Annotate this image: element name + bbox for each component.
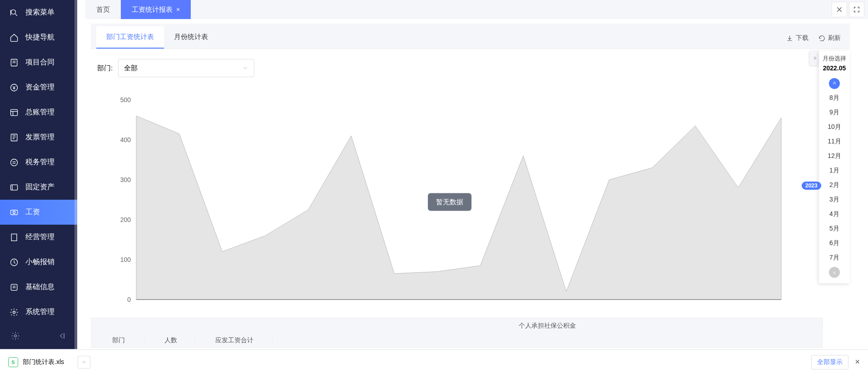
- close-download-bar[interactable]: ×: [855, 357, 860, 367]
- svg-rect-12: [11, 185, 18, 190]
- top-tabs: 首页 工资统计报表×: [85, 0, 868, 19]
- month-scroll-up[interactable]: [829, 78, 840, 89]
- chevron-down-icon: [242, 65, 248, 71]
- month-item[interactable]: 10月: [828, 120, 841, 134]
- invoice-icon: [9, 133, 19, 143]
- file-menu-button[interactable]: [78, 356, 90, 369]
- svg-point-0: [11, 10, 15, 14]
- salary-icon: [9, 207, 19, 217]
- month-item[interactable]: 6月: [828, 236, 841, 251]
- month-item[interactable]: 2月: [828, 178, 841, 192]
- month-panel: 月份选择 2022.05 8月9月10月11月12月1月2月3月4月5月6月7月…: [819, 51, 850, 283]
- svg-rect-14: [11, 210, 18, 215]
- svg-text:100: 100: [120, 256, 131, 263]
- action-label: 刷新: [828, 34, 841, 42]
- sidebar-item-contracts[interactable]: 项目合同: [0, 50, 77, 75]
- sidebar-item-baseinfo[interactable]: 基础信息: [0, 275, 77, 300]
- sidebar-item-business[interactable]: 经营管理: [0, 225, 77, 250]
- svg-text:500: 500: [120, 96, 131, 103]
- inner-tab-month[interactable]: 月份统计表: [164, 26, 218, 49]
- sidebar-item-assets[interactable]: 固定资产: [0, 175, 77, 200]
- fullscreen-button[interactable]: [849, 2, 864, 17]
- tab-salary-report[interactable]: 工资统计报表×: [121, 0, 191, 19]
- month-item[interactable]: 8月: [828, 91, 841, 105]
- sidebar-scrollbar[interactable]: [74, 0, 77, 349]
- month-item[interactable]: 11月: [828, 134, 841, 149]
- sidebar-label: 发票管理: [25, 133, 55, 142]
- svg-line-1: [15, 14, 17, 15]
- close-icon[interactable]: ×: [176, 6, 180, 13]
- month-item[interactable]: 7月: [828, 251, 841, 265]
- svg-point-24: [15, 335, 17, 337]
- expense-icon: [9, 257, 19, 267]
- month-item[interactable]: 12月: [828, 149, 841, 163]
- svg-text:300: 300: [120, 176, 131, 183]
- svg-point-15: [13, 211, 15, 213]
- month-item[interactable]: 4月: [828, 207, 841, 221]
- money-icon: [9, 83, 19, 93]
- sidebar-item-tax[interactable]: 税务管理: [0, 150, 77, 175]
- home-icon: [9, 33, 19, 43]
- month-panel-current: 2022.05: [823, 64, 846, 72]
- sidebar-label: 基础信息: [25, 282, 55, 292]
- month-panel-collapse[interactable]: [810, 51, 819, 65]
- inner-tab-dept[interactable]: 部门工资统计表: [96, 26, 164, 49]
- close-all-tabs-button[interactable]: [832, 2, 847, 17]
- sidebar-item-system[interactable]: 系统管理: [0, 300, 77, 324]
- sidebar-label: 总账管理: [25, 108, 55, 117]
- sidebar-item-invoice[interactable]: 发票管理: [0, 125, 77, 150]
- dept-select[interactable]: 全部: [118, 59, 254, 77]
- svg-text:400: 400: [120, 136, 131, 143]
- th-dept: 部门: [91, 336, 146, 344]
- sidebar-label: 工资: [25, 207, 40, 217]
- settings-icon[interactable]: [11, 331, 20, 342]
- filter-row: 部门: 全部: [97, 59, 254, 77]
- sidebar-item-ledger[interactable]: 总账管理: [0, 100, 77, 125]
- downloaded-file[interactable]: S 部门统计表.xls: [8, 356, 90, 369]
- document-icon: [9, 58, 19, 68]
- sidebar-label: 固定资产: [25, 182, 55, 192]
- sidebar-footer: [0, 324, 77, 349]
- download-bar: S 部门统计表.xls 全部显示 ×: [0, 349, 868, 374]
- svg-rect-20: [11, 284, 17, 290]
- sidebar-label: 快捷导航: [25, 33, 55, 42]
- month-scroll-down[interactable]: [829, 267, 840, 278]
- building-icon: [9, 232, 19, 242]
- show-all-downloads[interactable]: 全部显示: [811, 355, 848, 369]
- sidebar-label: 项目合同: [25, 58, 55, 67]
- month-item[interactable]: 9月: [828, 105, 841, 120]
- xls-icon: S: [8, 357, 18, 367]
- sidebar-item-quicknav[interactable]: 快捷导航: [0, 25, 77, 50]
- sidebar-item-expense[interactable]: 小畅报销: [0, 250, 77, 275]
- svg-point-11: [11, 159, 18, 166]
- year-badge: 2023: [802, 182, 821, 190]
- svg-text:0: 0: [127, 296, 131, 303]
- table-header: 个人承担社保公积金 部门 人数 应发工资合计: [91, 318, 823, 348]
- refresh-button[interactable]: 刷新: [818, 34, 841, 42]
- sidebar-item-search[interactable]: 搜索菜单: [0, 0, 77, 25]
- sidebar-label: 系统管理: [25, 307, 55, 317]
- assets-icon: [9, 182, 19, 192]
- th-payable: 应发工资合计: [196, 336, 273, 344]
- sidebar-label: 经营管理: [25, 232, 55, 242]
- sidebar-item-salary[interactable]: 工资: [0, 200, 77, 225]
- month-item[interactable]: 1月: [828, 163, 841, 178]
- tab-label: 工资统计报表: [132, 5, 173, 14]
- tax-icon: [9, 157, 19, 167]
- sidebar: 搜索菜单 快捷导航 项目合同 资金管理 总账管理 发票管理 税务管理 固定资产 …: [0, 0, 77, 349]
- svg-rect-16: [11, 234, 17, 241]
- th-count: 人数: [146, 336, 196, 344]
- month-item[interactable]: 5月: [828, 221, 841, 236]
- svg-rect-10: [11, 134, 17, 141]
- file-name: 部门统计表.xls: [23, 358, 64, 366]
- month-item[interactable]: 3月: [828, 192, 841, 207]
- ledger-icon: [9, 108, 19, 118]
- sidebar-label: 搜索菜单: [25, 8, 55, 17]
- download-button[interactable]: 下载: [786, 34, 808, 42]
- collapse-sidebar-icon[interactable]: [57, 331, 66, 342]
- tab-home[interactable]: 首页: [85, 0, 121, 19]
- salary-chart: 0100200300400500 暂无数据: [109, 91, 790, 313]
- month-panel-title: 月份选择: [823, 54, 846, 63]
- filter-label: 部门:: [97, 64, 113, 73]
- sidebar-item-funds[interactable]: 资金管理: [0, 75, 77, 100]
